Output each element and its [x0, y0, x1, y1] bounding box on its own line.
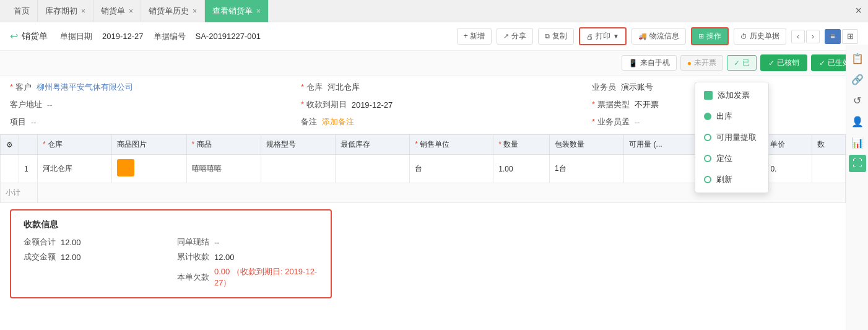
menu-outbound[interactable]: 出库 — [695, 106, 768, 127]
sidebar-icon-5[interactable]: 📊 — [849, 134, 866, 151]
menu-locate[interactable]: 定位 — [695, 148, 768, 169]
logistics-icon: 🚚 — [638, 32, 647, 40]
date-label: 单据日期 — [60, 31, 92, 42]
transaction-label: 成交金额 — [24, 251, 56, 263]
col-quantity: * 数量 — [493, 135, 550, 155]
copy-button[interactable]: ⧉ 复制 — [538, 28, 574, 45]
new-button[interactable]: + 新增 — [457, 28, 492, 45]
project-value: -- — [31, 118, 37, 127]
check-button[interactable]: ✓ 已 — [727, 55, 757, 71]
grid-view-toggle[interactable]: ⊞ — [842, 29, 858, 44]
close-history-tab[interactable]: × — [193, 7, 197, 15]
list-view-toggle[interactable]: ≡ — [825, 29, 841, 44]
note-label: 备注 — [301, 116, 317, 128]
col-min-stock: 最低库存 — [336, 135, 410, 155]
menu-add-invoice[interactable]: 添加发票 — [695, 85, 768, 106]
available-qty-icon — [704, 134, 711, 141]
phone-icon: 📱 — [628, 59, 638, 67]
warehouse-field: 仓库 河北仓库 — [301, 82, 567, 93]
tab-inventory[interactable]: 库存期初 × — [38, 0, 93, 22]
same-order-label: 同单现结 — [177, 237, 209, 248]
cumulative-value: 12.00 — [214, 253, 235, 262]
payment-info-box: 收款信息 金额合计 12.00 同单现结 -- 成交金额 12.00 累计收款 … — [10, 209, 332, 298]
number-label: 单据编号 — [154, 31, 186, 42]
cell-warehouse: 河北仓库 — [38, 155, 112, 183]
col-rownum — [19, 135, 38, 155]
sidebar-icon-2[interactable]: 🔗 — [849, 71, 866, 88]
col-product-img: 商品图片 — [112, 135, 186, 155]
nav-arrows: ‹ › — [791, 30, 820, 43]
from-phone-button[interactable]: 📱 来自手机 — [622, 55, 677, 71]
operation-button[interactable]: ⊞ 操作 — [691, 27, 729, 45]
logistics-button[interactable]: 🚚 物流信息 — [631, 28, 686, 45]
employee-label: 业务员 — [592, 82, 616, 93]
ticket-type-label: 票据类型 — [592, 99, 630, 110]
not-open-button[interactable]: ● 未开票 — [680, 55, 723, 71]
tab-view-sales-label: 查看销货单 — [212, 6, 253, 17]
cell-rownum: 1 — [19, 155, 38, 183]
menu-refresh[interactable]: 刷新 — [695, 169, 768, 190]
subtotal-label: 小计 — [1, 183, 38, 203]
col-spec: 规格型号 — [261, 135, 335, 155]
operation-dropdown: 添加发票 出库 可用量提取 定位 刷新 — [695, 82, 769, 193]
cell-sales-unit: 台 — [410, 155, 493, 183]
tab-sales-history[interactable]: 销货单历史 × — [141, 0, 205, 22]
share-icon: ↗ — [503, 32, 509, 40]
close-all-icon[interactable]: × — [855, 4, 862, 17]
tab-bar: 首页 库存期初 × 销货单 × 销货单历史 × 查看销货单 × × — [0, 0, 868, 22]
customer-value[interactable]: 柳州粤港平安气体有限公司 — [37, 82, 133, 93]
prev-arrow[interactable]: ‹ — [791, 30, 805, 43]
copy-icon: ⧉ — [545, 32, 550, 40]
close-inventory-tab[interactable]: × — [81, 7, 85, 15]
sidebar-icon-3[interactable]: ↺ — [849, 92, 866, 109]
tab-view-sales[interactable]: 查看销货单 × — [205, 0, 269, 22]
warehouse-label: 仓库 — [301, 82, 323, 93]
tab-sales[interactable]: 销货单 × — [93, 0, 141, 22]
address-label: 客户地址 — [10, 99, 42, 110]
doc-actions: + 新增 ↗ 分享 ⧉ 复制 🖨 打印 ▼ 🚚 物流信息 — [457, 27, 858, 45]
not-open-icon: ● — [687, 59, 692, 67]
sidebar-icon-1[interactable]: 📋 — [849, 50, 866, 67]
cell-settings — [1, 155, 19, 183]
date-value: 2019-12-27 — [102, 32, 144, 41]
toolbar-row: 📱 来自手机 ● 未开票 ✓ 已 ✓ 已核销 ✓ 已生效 — [0, 51, 868, 76]
share-button[interactable]: ↗ 分享 — [497, 28, 533, 45]
locate-icon — [704, 155, 711, 162]
tab-sales-label: 销货单 — [101, 6, 125, 17]
sidebar-icon-4[interactable]: 👤 — [849, 113, 866, 130]
print-button[interactable]: 🖨 打印 ▼ — [579, 27, 627, 45]
effective-icon: ✓ — [819, 59, 825, 67]
project-field: 项目 -- — [10, 116, 276, 128]
total-value: 12.00 — [61, 238, 81, 247]
close-view-tab[interactable]: × — [256, 7, 261, 15]
history-button[interactable]: ⏱ 历史单据 — [734, 28, 786, 45]
col-more: 数 — [812, 135, 846, 155]
next-arrow[interactable]: › — [806, 30, 820, 43]
add-note-button[interactable]: 添加备注 — [322, 116, 354, 128]
canceled-button[interactable]: ✓ 已核销 — [760, 54, 807, 71]
warehouse-value: 河北仓库 — [328, 82, 360, 93]
cumulative-row: 累计收款 12.00 — [177, 251, 318, 263]
cell-available — [624, 155, 705, 183]
add-invoice-icon — [704, 91, 713, 100]
employee-value: 演示账号 — [621, 82, 653, 93]
cell-product-img — [112, 155, 186, 183]
number-value: SA-20191227-001 — [196, 32, 261, 41]
product-image — [117, 159, 134, 176]
address-field: 客户地址 -- — [10, 99, 276, 110]
current-due-value: 0.00 （收款到期日: 2019-12-27） — [214, 266, 318, 289]
due-date-value: 2019-12-27 — [352, 100, 393, 110]
menu-available-qty[interactable]: 可用量提取 — [695, 127, 768, 148]
tab-home[interactable]: 首页 — [6, 0, 38, 22]
project-label: 项目 — [10, 116, 26, 128]
current-due-row: 本单欠款 0.00 （收款到期日: 2019-12-27） — [177, 266, 318, 289]
close-sales-tab[interactable]: × — [129, 7, 133, 15]
payment-title: 收款信息 — [24, 219, 318, 230]
doc-meta: 单据日期 2019-12-27 单据编号 SA-20191227-001 — [60, 31, 261, 42]
sales-order-icon: ↩ — [10, 30, 18, 42]
col-settings[interactable]: ⚙ — [1, 135, 19, 155]
sidebar-icon-expand[interactable]: ⛶ — [849, 155, 866, 172]
doc-title: ↩ 销货单 — [10, 30, 48, 42]
doc-type: 销货单 — [22, 31, 48, 42]
print-icon: 🖨 — [586, 33, 593, 40]
